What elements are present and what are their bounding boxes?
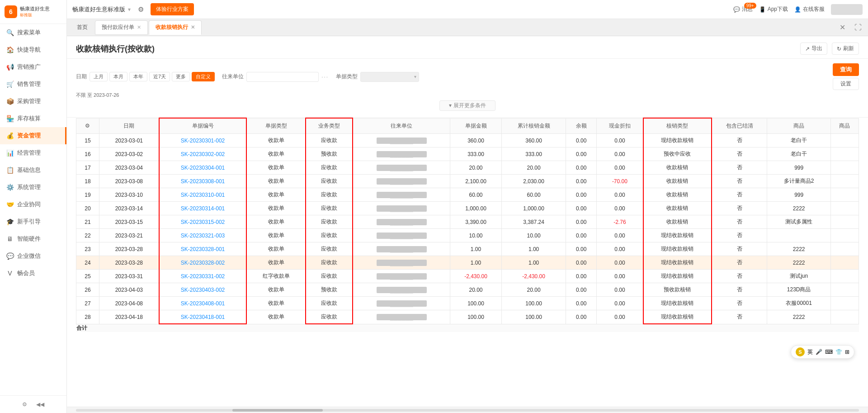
bill-no-link[interactable]: SK-20230408-001 bbox=[181, 300, 225, 307]
sidebar-item-operation[interactable]: 📊 经营管理 bbox=[0, 144, 66, 161]
export-button[interactable]: ↗ 导出 bbox=[800, 43, 827, 55]
date-btn-this-year[interactable]: 本年 bbox=[129, 72, 147, 81]
bill-no-link[interactable]: SK-20230328-002 bbox=[181, 260, 225, 266]
cell-bill-type: 收款单 bbox=[246, 297, 306, 310]
cell-settled: 否 bbox=[712, 270, 767, 283]
sidebar-item-purchase[interactable]: 📦 采购管理 bbox=[0, 93, 66, 110]
cell-bill-type: 收款单 bbox=[246, 215, 306, 229]
tab-prepay[interactable]: 预付款应付单 ✕ bbox=[95, 20, 148, 35]
cell-goods2 bbox=[830, 175, 859, 188]
query-button[interactable]: 查询 bbox=[833, 63, 859, 76]
scroll-thumb[interactable] bbox=[232, 409, 323, 412]
col-date: 日期 bbox=[99, 118, 159, 134]
tab-home[interactable]: 首页 bbox=[71, 20, 94, 35]
sidebar-item-finance[interactable]: 💰 资金管理 bbox=[0, 127, 66, 144]
float-widget[interactable]: S 英 🎤 ⌨ 👕 ⊞ bbox=[791, 345, 854, 359]
col-discount: 现金折扣 bbox=[597, 118, 643, 134]
sidebar-item-hardware[interactable]: 🖥 智能硬件 bbox=[0, 230, 66, 247]
partner-input[interactable] bbox=[246, 72, 319, 82]
topbar-message-btn[interactable]: 💬 消息 99+ bbox=[733, 5, 753, 13]
float-widget-label: 英 bbox=[807, 348, 813, 356]
bill-no-link[interactable]: SK-20230328-001 bbox=[181, 246, 225, 252]
cell-bill-type: 收款单 bbox=[246, 242, 306, 256]
bill-no-link[interactable]: SK-20230302-002 bbox=[181, 151, 225, 157]
sidebar-item-basic[interactable]: 📋 基础信息 bbox=[0, 161, 66, 179]
cell-balance: 0.00 bbox=[566, 297, 597, 310]
cell-goods1: 999 bbox=[767, 161, 830, 175]
topbar-service-btn[interactable]: 👤 在线客服 bbox=[794, 5, 825, 13]
settings-button[interactable]: 设置 bbox=[833, 78, 859, 90]
sidebar-item-sales[interactable]: 🛒 销售管理 bbox=[0, 76, 66, 93]
date-btn-7days[interactable]: 近7天 bbox=[149, 72, 170, 81]
table-header-row: ⚙ 日期 单据编号 单据类型 业务类型 往来单位 单据金额 累计核销金额 余额 … bbox=[76, 118, 859, 134]
bill-no-link[interactable]: SK-20230304-001 bbox=[181, 165, 225, 171]
cell-no: 27 bbox=[76, 297, 99, 310]
float-widget-keyboard[interactable]: ⌨ bbox=[825, 349, 833, 355]
sidebar-item-marketing[interactable]: 📢 营销推广 bbox=[0, 58, 66, 76]
bill-no-link[interactable]: SK-20230418-001 bbox=[181, 314, 225, 320]
cell-writeoff-type: 现结收款核销 bbox=[643, 297, 712, 310]
sidebar-item-wechat[interactable]: 💬 企业微信 bbox=[0, 247, 66, 265]
settings-gear-btn[interactable]: ⚙ bbox=[19, 399, 31, 409]
date-btn-more[interactable]: 更多 bbox=[172, 72, 190, 81]
cell-goods1: 测试多属性 bbox=[767, 215, 830, 229]
tab-collection-close[interactable]: ✕ bbox=[191, 24, 195, 30]
sidebar-item-quick[interactable]: 🏠 快捷导航 bbox=[0, 41, 66, 58]
expand-more-btn[interactable]: ▾ 展开更多条件 bbox=[439, 100, 495, 111]
float-widget-mic[interactable]: 🎤 bbox=[816, 349, 822, 355]
sidebar-item-inventory[interactable]: 🏪 库存核算 bbox=[0, 110, 66, 127]
date-btn-custom[interactable]: 自定义 bbox=[192, 72, 215, 81]
scroll-track[interactable] bbox=[76, 409, 859, 412]
sidebar-item-member[interactable]: V 畅会员 bbox=[0, 265, 66, 282]
brand-sub: 标推版 bbox=[20, 12, 50, 18]
table-scrollbar[interactable] bbox=[67, 407, 868, 413]
cell-writeoff-type: 预收款核销 bbox=[643, 283, 712, 297]
bill-no-link[interactable]: SK-20230315-002 bbox=[181, 219, 225, 225]
sidebar-item-guide[interactable]: 🎓 新手引导 bbox=[0, 213, 66, 230]
cell-bill-type: 收款单 bbox=[246, 147, 306, 161]
sidebar-item-system[interactable]: ⚙️ 系统管理 bbox=[0, 179, 66, 196]
collapse-btn[interactable]: ◀◀ bbox=[33, 399, 48, 409]
cell-goods2 bbox=[830, 188, 859, 202]
sidebar-item-search[interactable]: 🔍 搜索菜单 bbox=[0, 24, 66, 41]
bill-no-link[interactable]: SK-20230308-001 bbox=[181, 178, 225, 185]
tab-collection[interactable]: 收款核销执行 ✕ bbox=[149, 20, 202, 35]
date-btn-this-month[interactable]: 本月 bbox=[109, 72, 127, 81]
date-btn-last-month[interactable]: 上月 bbox=[90, 72, 108, 81]
cell-partner: ██████ bbox=[353, 175, 450, 188]
refresh-button[interactable]: ↻ 刷新 bbox=[832, 43, 859, 55]
cell-no: 25 bbox=[76, 270, 99, 283]
maximize-btn[interactable]: ⛶ bbox=[852, 22, 864, 33]
bill-no-link[interactable]: SK-20230310-001 bbox=[181, 192, 225, 198]
solution-button[interactable]: 体验行业方案 bbox=[151, 3, 194, 15]
topbar-gear-icon[interactable]: ⚙ bbox=[134, 3, 147, 16]
table-row: 26 2023-04-03 SK-20230403-002 收款单 预收款 ██… bbox=[76, 283, 859, 297]
col-settings[interactable]: ⚙ bbox=[76, 118, 99, 134]
bill-type-select[interactable] bbox=[360, 72, 419, 82]
bill-no-link[interactable]: SK-20230314-001 bbox=[181, 205, 225, 212]
sidebar-label-company: 企业协同 bbox=[17, 200, 41, 209]
bill-no-link[interactable]: SK-20230321-003 bbox=[181, 233, 225, 239]
topbar-dropdown-arrow[interactable]: ▾ bbox=[128, 6, 131, 13]
table-row: 27 2023-04-08 SK-20230408-001 收款单 应收款 ██… bbox=[76, 297, 859, 310]
cell-balance: 0.00 bbox=[566, 147, 597, 161]
cell-goods1: 衣服00001 bbox=[767, 297, 830, 310]
bill-no-link[interactable]: SK-20230301-002 bbox=[181, 138, 225, 144]
partner-dots[interactable]: ··· bbox=[321, 74, 329, 80]
cell-bill-type: 收款单 bbox=[246, 175, 306, 188]
topbar-app-btn[interactable]: 📱 App下载 bbox=[759, 5, 788, 13]
float-widget-apps[interactable]: ⊞ bbox=[845, 349, 849, 355]
bill-no-link[interactable]: SK-20230331-002 bbox=[181, 273, 225, 280]
cell-discount: 0.00 bbox=[597, 134, 643, 147]
tab-prepay-close[interactable]: ✕ bbox=[137, 24, 141, 30]
float-widget-shirt[interactable]: 👕 bbox=[835, 349, 842, 355]
col-writeoff-type: 核销类型 bbox=[643, 118, 712, 134]
cell-discount: -2.76 bbox=[597, 215, 643, 229]
cell-bill-type: 红字收款单 bbox=[246, 270, 306, 283]
close-tab-btn[interactable]: ✕ bbox=[837, 22, 848, 33]
sidebar-icon-search: 🔍 bbox=[6, 29, 14, 36]
topbar-user-avatar[interactable] bbox=[831, 4, 863, 15]
sidebar-item-company[interactable]: 🤝 企业协同 bbox=[0, 196, 66, 213]
bill-no-link[interactable]: SK-20230403-002 bbox=[181, 287, 225, 293]
cell-bill-no: SK-20230302-002 bbox=[159, 147, 247, 161]
